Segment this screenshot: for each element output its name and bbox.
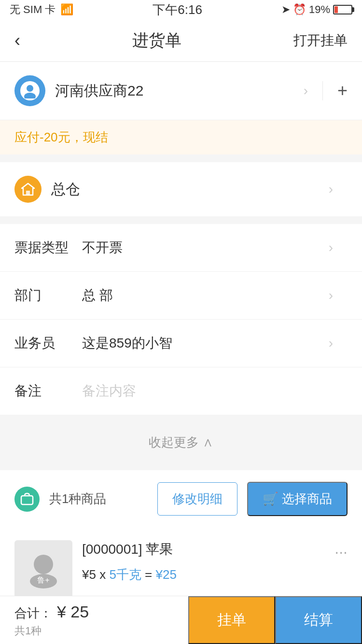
page-title: 进货单: [132, 29, 181, 52]
svg-point-1: [24, 93, 36, 98]
sales-label: 业务员: [14, 334, 72, 352]
dept-label: 部门: [14, 286, 72, 305]
house-icon: [21, 182, 35, 196]
nav-bar: ‹ 进货单 打开挂单: [0, 19, 362, 62]
select-product-label: 选择商品: [282, 490, 332, 507]
product-name: [0000001] 苹果: [82, 540, 325, 559]
cart-add-icon: 🛒: [263, 491, 278, 506]
supplier-avatar: [14, 75, 45, 106]
status-bar: 无 SIM 卡 📶 下午6:16 ➤ ⏰ 19%: [0, 0, 362, 19]
alarm-icon: ⏰: [293, 3, 306, 16]
back-button[interactable]: ‹: [14, 30, 20, 51]
unit-price: ¥5: [82, 567, 96, 582]
edit-detail-button[interactable]: 修改明细: [157, 482, 237, 516]
product-total: ¥25: [156, 567, 177, 582]
wifi-icon: 📶: [60, 3, 73, 16]
cart-icon: [20, 492, 34, 506]
warehouse-icon: [14, 176, 42, 203]
person-icon: [22, 83, 38, 98]
product-title: 苹果: [146, 542, 173, 557]
invoice-chevron-icon: ›: [329, 240, 333, 255]
open-pending-button[interactable]: 打开挂单: [293, 31, 348, 50]
quantity: 5千克: [109, 567, 141, 582]
supplier-row[interactable]: 河南供应商22 › +: [0, 62, 362, 120]
total-count: 共1种: [14, 624, 174, 638]
equals-sign: =: [145, 567, 155, 582]
dept-row[interactable]: 部门 总 部 ›: [0, 272, 362, 320]
total-section: 合计： ¥ 25 共1种: [0, 596, 188, 644]
warehouse-row[interactable]: 总仓 ›: [0, 162, 362, 216]
sales-row[interactable]: 业务员 这是859的小智 ›: [0, 320, 362, 367]
add-button[interactable]: +: [337, 81, 348, 101]
product-count-icon: [14, 487, 40, 512]
total-label: 合计：: [14, 605, 52, 622]
product-header: 共1种商品 修改明细 🛒 选择商品: [0, 470, 362, 528]
status-right: ➤ ⏰ 19%: [281, 3, 352, 16]
pending-button[interactable]: 挂单: [188, 596, 275, 644]
warehouse-card[interactable]: 总仓 ›: [0, 162, 362, 216]
form-card: 票据类型 不开票 › 部门 总 部 › 业务员 这是859的小智 › 备注 备注…: [0, 224, 362, 415]
invoice-value: 不开票: [72, 238, 329, 257]
avatar-inner: [20, 81, 40, 100]
multiply-sign: x: [99, 567, 109, 582]
checkout-button[interactable]: 结算: [275, 596, 362, 644]
main-content: 河南供应商22 › + 应付-20元，现结 总仓 › 票据类型 不开票 ›: [0, 62, 362, 644]
location-icon: ➤: [281, 3, 290, 16]
warehouse-chevron-icon: ›: [329, 182, 333, 197]
battery-icon: [333, 5, 352, 14]
product-image-placeholder: 鲁+: [24, 550, 63, 588]
warehouse-name: 总仓: [51, 180, 329, 199]
invoice-row[interactable]: 票据类型 不开票 ›: [0, 224, 362, 272]
product-section: 共1种商品 修改明细 🛒 选择商品 鲁+ [0000001] 苹果: [0, 470, 362, 610]
status-left: 无 SIM 卡 📶: [10, 2, 73, 17]
svg-rect-3: [26, 191, 30, 195]
product-price-row: ¥5 x 5千克 = ¥25: [82, 566, 325, 583]
svg-text:鲁+: 鲁+: [37, 576, 49, 584]
status-time: 下午6:16: [153, 1, 202, 18]
svg-point-0: [27, 85, 33, 92]
product-count: 共1种商品: [49, 490, 148, 507]
supplier-card: 河南供应商22 › + 应付-20元，现结: [0, 62, 362, 154]
svg-rect-4: [21, 496, 33, 504]
carrier-label: 无 SIM 卡: [10, 2, 56, 17]
total-line: 合计： ¥ 25: [14, 602, 174, 622]
bottom-bar: 合计： ¥ 25 共1种 挂单 结算: [0, 596, 362, 644]
invoice-label: 票据类型: [14, 238, 72, 257]
product-info: [0000001] 苹果 ¥5 x 5千克 = ¥25: [82, 540, 325, 583]
supplier-notice: 应付-20元，现结: [0, 120, 362, 154]
remark-label: 备注: [14, 382, 72, 400]
product-code: [0000001]: [82, 542, 142, 557]
dept-value: 总 部: [72, 286, 329, 305]
battery-percent: 19%: [309, 3, 330, 16]
sales-chevron-icon: ›: [329, 336, 333, 351]
svg-point-5: [34, 555, 53, 574]
supplier-name: 河南供应商22: [55, 81, 304, 101]
collapse-button[interactable]: 收起更多 ∧: [0, 422, 362, 462]
total-amount: ¥ 25: [57, 602, 89, 621]
dept-chevron-icon: ›: [329, 288, 333, 303]
select-product-button[interactable]: 🛒 选择商品: [247, 482, 348, 516]
product-thumbnail: 鲁+: [14, 540, 72, 598]
remark-row[interactable]: 备注 备注内容: [0, 367, 362, 415]
remark-input[interactable]: 备注内容: [72, 382, 348, 400]
sales-value: 这是859的小智: [72, 334, 329, 352]
supplier-chevron-icon: ›: [304, 83, 308, 98]
battery-fill: [334, 6, 338, 13]
product-more-button[interactable]: ···: [334, 540, 348, 561]
divider: [322, 81, 323, 100]
